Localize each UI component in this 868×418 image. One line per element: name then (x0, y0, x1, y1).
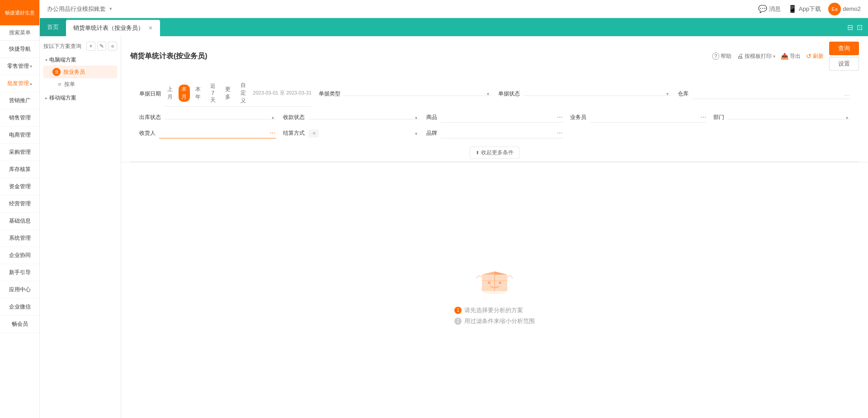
purchase-label: 采购管理 (9, 149, 31, 155)
breadcrumb-dropdown-icon[interactable]: ▾ (109, 6, 112, 12)
top-header: 办公用品行业模拟账套 ▾ 💬 消息 📱 App下载 Ea demo2 (40, 0, 868, 18)
page-actions: ? 帮助 🖨 按模板打印 ▾ 📤 导出 ↺ (712, 42, 859, 71)
sidebar-item-quick-nav[interactable]: 快捷导航 (0, 41, 39, 58)
dept-select[interactable]: ▾ (728, 115, 850, 119)
receiver-input[interactable] (159, 128, 276, 138)
newcomer-label: 新手引导 (9, 269, 31, 276)
date-btn-more[interactable]: 更多 (222, 85, 233, 102)
goods-dots[interactable]: ··· (557, 113, 562, 121)
sidebar-item-basics[interactable]: 基础信息 (0, 213, 39, 230)
scheme-item-salesperson[interactable]: 业 按业务员 (43, 66, 117, 78)
export-action[interactable]: 📤 导出 (781, 52, 801, 60)
user-menu[interactable]: Ea demo2 (828, 3, 861, 15)
sidebar-item-enterprise[interactable]: 企业协同 (0, 247, 39, 264)
sidebar-item-newcomer[interactable]: 新手引导 (0, 264, 39, 281)
warehouse-control: ... (692, 89, 850, 99)
goods-input[interactable] (441, 112, 563, 123)
collapse-left-icon: « (111, 43, 114, 49)
user-avatar: Ea (828, 3, 841, 15)
sidebar-item-marketing[interactable]: 营销推广 (0, 92, 39, 109)
message-action[interactable]: 💬 消息 (758, 5, 781, 13)
left-panel: 按以下方案查询 + ✎ « ▾ 电脑端方案 (40, 36, 121, 418)
date-btn-7days[interactable]: 近7天 (207, 81, 219, 105)
brand-label: 品牌 (426, 129, 437, 137)
date-btn-this-year[interactable]: 本年 (193, 85, 204, 102)
tip-text-2: 用过滤条件来缩小分析范围 (464, 317, 535, 325)
tab-home[interactable]: 首页 (40, 18, 66, 36)
sidebar-item-inventory[interactable]: 库存核算 (0, 161, 39, 178)
page-title-row: 销货单统计表(按业务员) ? 帮助 🖨 按模板打印 ▾ 📤 (130, 42, 859, 71)
system-label: 系统管理 (9, 235, 31, 241)
print-action[interactable]: 🖨 按模板打印 ▾ (737, 52, 775, 60)
settlement-control: × ▾ (308, 129, 420, 138)
empty-tips: 1 请先选择要分析的方案 2 用过滤条件来缩小分析范围 (454, 306, 535, 325)
warehouse-dots[interactable]: ... (844, 90, 850, 98)
doc-type-select[interactable]: ▾ (344, 92, 491, 96)
scheme-dot-icon: 业 (52, 68, 61, 76)
salesperson-input[interactable] (590, 112, 707, 123)
scheme-mobile-arrow: ▸ (45, 95, 47, 100)
tab-active[interactable]: 销货单统计表（按业务员） ✕ (66, 20, 160, 36)
sidebar-item-operations[interactable]: 经营管理 (0, 195, 39, 213)
help-action[interactable]: ? 帮助 (712, 52, 731, 60)
date-btn-this-month[interactable]: 本月 (179, 85, 190, 102)
scheme-mobile-label: 移动端方案 (49, 94, 76, 102)
filter-settlement: 结算方式 × ▾ (283, 129, 420, 138)
refresh-action[interactable]: ↺ 刷新 (806, 52, 824, 60)
sidebar-item-finance[interactable]: 资金管理 (0, 178, 39, 195)
panel-collapse-btn[interactable]: « (108, 42, 117, 51)
sidebar: 畅捷通好生意 搜索菜单 快捷导航 零售管理 ▾ 批发管理 ▴ 营销推广 销售管理… (0, 0, 40, 418)
panel-edit-btn[interactable]: ✎ (97, 42, 106, 51)
sidebar-item-weichat[interactable]: 企业微信 (0, 299, 39, 316)
tab-minimize-btn[interactable]: ⊟ (847, 23, 853, 32)
sidebar-search[interactable]: 搜索菜单 (0, 25, 39, 41)
tab-close-icon[interactable]: ✕ (148, 25, 153, 31)
page-title: 销货单统计表(按业务员) (130, 52, 208, 61)
out-status-select[interactable]: ▾ (165, 115, 276, 119)
settlement-label: 结算方式 (283, 129, 305, 137)
collapse-label: 收起更多条件 (481, 149, 514, 157)
salesperson-label: 业务员 (570, 114, 586, 121)
panel-add-btn[interactable]: + (86, 42, 95, 51)
sidebar-item-sales[interactable]: 销售管理 (0, 109, 39, 127)
sidebar-item-system[interactable]: 系统管理 (0, 230, 39, 247)
empty-tip-1: 1 请先选择要分析的方案 (454, 306, 535, 314)
refresh-label: 刷新 (813, 52, 824, 60)
sidebar-item-appstore[interactable]: 应用中心 (0, 281, 39, 299)
settings-button[interactable]: 设置 (829, 57, 859, 71)
finance-label: 资金管理 (9, 183, 31, 190)
export-label: 导出 (790, 52, 801, 60)
query-button[interactable]: 查询 (829, 42, 859, 55)
ecommerce-label: 电商管理 (9, 132, 31, 138)
doc-status-select[interactable]: ▾ (524, 92, 670, 96)
date-btn-last-month[interactable]: 上月 (165, 85, 176, 102)
sidebar-item-ecommerce[interactable]: 电商管理 (0, 127, 39, 144)
salesperson-dots[interactable]: ··· (700, 113, 706, 121)
tab-active-label: 销货单统计表（按业务员） (73, 24, 144, 32)
scheme-item-order[interactable]: ≡ 按单 (43, 78, 117, 90)
refresh-icon: ↺ (806, 52, 811, 60)
brand-dots[interactable]: ··· (557, 129, 562, 137)
receiver-dots[interactable]: ··· (269, 129, 275, 137)
sidebar-item-retail[interactable]: 零售管理 ▾ (0, 58, 39, 75)
brand-input[interactable] (441, 128, 563, 138)
collapse-btn[interactable]: ⬆ 收起更多条件 (470, 147, 519, 159)
scheme-mobile-title[interactable]: ▸ 移动端方案 (43, 92, 117, 104)
settlement-clear-btn[interactable]: × (313, 130, 316, 137)
app-download-action[interactable]: 📱 App下载 (788, 5, 821, 13)
tab-maximize-btn[interactable]: ⊡ (857, 23, 863, 32)
sidebar-item-member[interactable]: 畅会员 (0, 316, 39, 333)
collapse-up-icon: ⬆ (476, 150, 479, 155)
scheme-desktop-title[interactable]: ▾ 电脑端方案 (43, 54, 117, 66)
tip-num-2: 2 (454, 318, 462, 325)
payment-select[interactable]: ▾ (308, 115, 420, 119)
basics-label: 基础信息 (9, 218, 31, 224)
sidebar-item-purchase[interactable]: 采购管理 (0, 144, 39, 161)
header-breadcrumb-area: 办公用品行业模拟账套 ▾ (47, 5, 112, 13)
sidebar-item-wholesale[interactable]: 批发管理 ▴ (0, 75, 39, 92)
brand-control: ··· (441, 128, 563, 138)
operations-label: 经营管理 (9, 200, 31, 207)
weichat-label: 企业微信 (9, 304, 31, 310)
date-btn-custom[interactable]: 自定义 (236, 81, 250, 105)
warehouse-input[interactable] (692, 89, 850, 99)
